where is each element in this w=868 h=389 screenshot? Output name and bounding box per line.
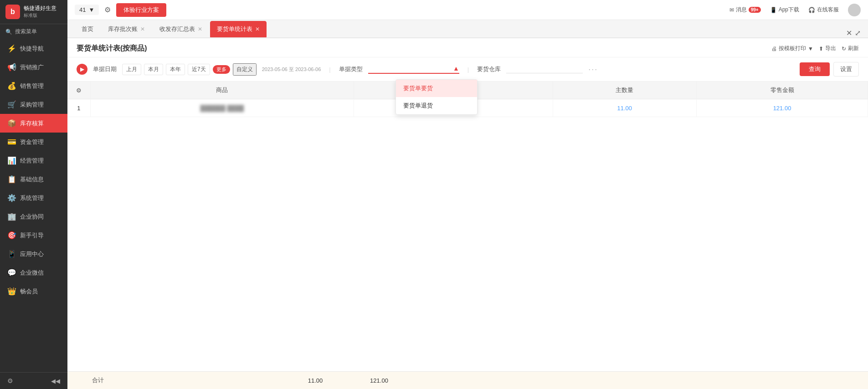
app-download-action[interactable]: 📱 App下载 xyxy=(770,6,799,14)
page-header: 要货单统计表(按商品) 🖨 按模板打印 ▼ ⬆ 导出 ↻ 刷新 xyxy=(67,38,868,57)
sidebar-item-quick-nav[interactable]: ⚡ 快捷导航 xyxy=(0,39,67,58)
tab-home[interactable]: 首页 xyxy=(75,21,100,37)
sidebar-item-label: 资金管理 xyxy=(20,138,44,146)
type-select-input[interactable] xyxy=(368,65,450,72)
top-header: 41 ▼ ⚙ 体验行业方案 ✉ 消息 99+ 📱 App下载 🎧 在线客服 xyxy=(67,0,868,20)
member-icon: 👑 xyxy=(7,287,16,296)
user-avatar[interactable] xyxy=(848,4,861,16)
sidebar-item-label: 快捷导航 xyxy=(20,45,44,53)
export-action[interactable]: ⬆ 导出 xyxy=(819,45,836,52)
sidebar: b 畅捷通好生意 标准版 🔍 搜索菜单 ⚡ 快捷导航 📢 营销推广 💰 销售管理… xyxy=(0,0,67,389)
sidebar-item-label: 畅会员 xyxy=(20,287,38,296)
enterprise-icon: 🏢 xyxy=(7,212,16,221)
sidebar-item-apps[interactable]: 📱 应用中心 xyxy=(0,245,67,263)
logo-sub: 标准版 xyxy=(24,12,56,19)
date-filter-label: 单据日期 xyxy=(93,65,117,73)
sidebar-item-basic[interactable]: 📋 基础信息 xyxy=(0,170,67,189)
print-chevron-icon: ▼ xyxy=(808,46,813,52)
sidebar-item-enterprise[interactable]: 🏢 企业协同 xyxy=(0,207,67,226)
trial-button[interactable]: 体验行业方案 xyxy=(116,3,166,17)
service-action[interactable]: 🎧 在线客服 xyxy=(808,6,839,14)
sidebar-item-label: 销售管理 xyxy=(20,82,44,90)
sidebar-item-guide[interactable]: 🎯 新手引导 xyxy=(0,226,67,245)
row-amount[interactable]: 121.00 xyxy=(697,99,868,117)
tab-label: 首页 xyxy=(82,25,93,33)
tab-order-stats[interactable]: 要货单统计表 ✕ xyxy=(210,21,267,37)
close-window-icon[interactable]: ✕ xyxy=(846,29,852,37)
sidebar-item-finance[interactable]: 💳 资金管理 xyxy=(0,133,67,151)
sidebar-item-member[interactable]: 👑 畅会员 xyxy=(0,282,67,301)
filter-divider2: | xyxy=(467,66,469,73)
product-name: ██████ ████ xyxy=(200,105,244,112)
row-product: ██████ ████ xyxy=(90,99,354,117)
sidebar-item-label: 应用中心 xyxy=(20,250,44,258)
date-btn-last-month[interactable]: 上月 xyxy=(122,64,141,75)
service-icon: 🎧 xyxy=(808,7,815,13)
service-label: 在线客服 xyxy=(817,6,839,14)
sidebar-item-label: 系统管理 xyxy=(20,194,44,202)
warehouse-select-input[interactable] xyxy=(506,65,583,72)
date-range-text: 2023-05-06 至 2023-06-06 xyxy=(262,66,321,73)
store-name: 41 xyxy=(79,6,86,13)
sidebar-collapse-btn[interactable]: ◀◀ xyxy=(51,378,60,384)
sidebar-item-marketing[interactable]: 📢 营销推广 xyxy=(0,58,67,77)
date-custom-btn[interactable]: 自定义 xyxy=(233,63,257,76)
filter-expand-button[interactable]: ▶ xyxy=(77,64,87,75)
table-col-settings[interactable]: ⚙ xyxy=(67,82,90,99)
tab-inventory-batch[interactable]: 库存批次账 ✕ xyxy=(101,21,152,37)
sidebar-item-wechat[interactable]: 💬 企业微信 xyxy=(0,263,67,282)
store-chevron-icon: ▼ xyxy=(88,6,94,13)
sidebar-item-operations[interactable]: 📊 经营管理 xyxy=(0,151,67,170)
row-index: 1 xyxy=(67,99,90,117)
refresh-action[interactable]: ↻ 刷新 xyxy=(842,45,859,52)
warehouse-filter-select[interactable] xyxy=(506,65,583,73)
date-btn-this-month[interactable]: 本月 xyxy=(144,64,163,75)
filter-bar: ▶ 单据日期 上月 本月 本年 近7天 更多 自定义 2023-05-06 至 … xyxy=(67,57,868,82)
finance-icon: 💳 xyxy=(7,138,16,146)
sidebar-item-label: 企业协同 xyxy=(20,213,44,221)
date-btn-last-7days[interactable]: 近7天 xyxy=(188,64,210,75)
header-left: 41 ▼ ⚙ 体验行业方案 xyxy=(75,3,166,17)
dropdown-item-order-purchase[interactable]: 要货单要货 xyxy=(396,80,477,97)
message-icon: ✉ xyxy=(729,7,734,13)
sidebar-settings-btn[interactable]: ⚙ xyxy=(7,377,13,384)
page-title: 要货单统计表(按商品) xyxy=(77,44,147,53)
app-icon: 📱 xyxy=(770,7,777,13)
footer-quantity: 11.00 xyxy=(283,377,347,384)
date-btn-this-year[interactable]: 本年 xyxy=(166,64,185,75)
tab-close-icon[interactable]: ✕ xyxy=(140,26,145,32)
sidebar-item-purchase[interactable]: 🛒 采购管理 xyxy=(0,95,67,114)
marketing-icon: 📢 xyxy=(7,63,16,72)
row-quantity[interactable]: 11.00 xyxy=(553,99,697,117)
type-select-chevron-icon[interactable]: ▲ xyxy=(453,65,459,72)
message-action[interactable]: ✉ 消息 99+ xyxy=(729,6,761,14)
print-action[interactable]: 🖨 按模板打印 ▼ xyxy=(771,45,813,52)
type-filter-select[interactable]: ▲ xyxy=(368,65,459,74)
sidebar-search[interactable]: 🔍 搜索菜单 xyxy=(0,24,67,39)
search-label: 搜索菜单 xyxy=(15,28,37,36)
tab-receivable[interactable]: 收发存汇总表 ✕ xyxy=(153,21,209,37)
header-settings-icon[interactable]: ⚙ xyxy=(104,5,111,14)
filter-more-options[interactable]: ··· xyxy=(588,65,598,74)
date-more-tag[interactable]: 更多 xyxy=(213,65,230,74)
sidebar-item-label: 经营管理 xyxy=(20,157,44,165)
expand-window-icon[interactable]: ⤢ xyxy=(855,29,861,37)
sidebar-item-inventory[interactable]: 📦 库存核算 xyxy=(0,114,67,133)
footer-label: 合计 xyxy=(74,376,165,384)
sidebar-item-sales[interactable]: 💰 销售管理 xyxy=(0,77,67,95)
sidebar-item-label: 企业微信 xyxy=(20,269,44,277)
message-label: 消息 xyxy=(736,6,747,14)
type-filter-label: 单据类型 xyxy=(339,65,363,73)
filter-right: 查询 设置 xyxy=(800,62,859,77)
dropdown-item-order-return[interactable]: 要货单退货 xyxy=(396,97,477,114)
column-settings-icon[interactable]: ⚙ xyxy=(76,87,82,94)
store-selector[interactable]: 41 ▼ xyxy=(75,5,99,15)
refresh-label: 刷新 xyxy=(848,45,859,52)
tab-close-icon[interactable]: ✕ xyxy=(255,26,260,32)
tab-close-icon[interactable]: ✕ xyxy=(198,26,202,32)
sidebar-item-system[interactable]: ⚙️ 系统管理 xyxy=(0,189,67,207)
query-button[interactable]: 查询 xyxy=(800,62,830,76)
system-icon: ⚙️ xyxy=(7,194,16,202)
sidebar-item-label: 库存核算 xyxy=(20,119,44,128)
filter-settings-button[interactable]: 设置 xyxy=(833,62,859,77)
